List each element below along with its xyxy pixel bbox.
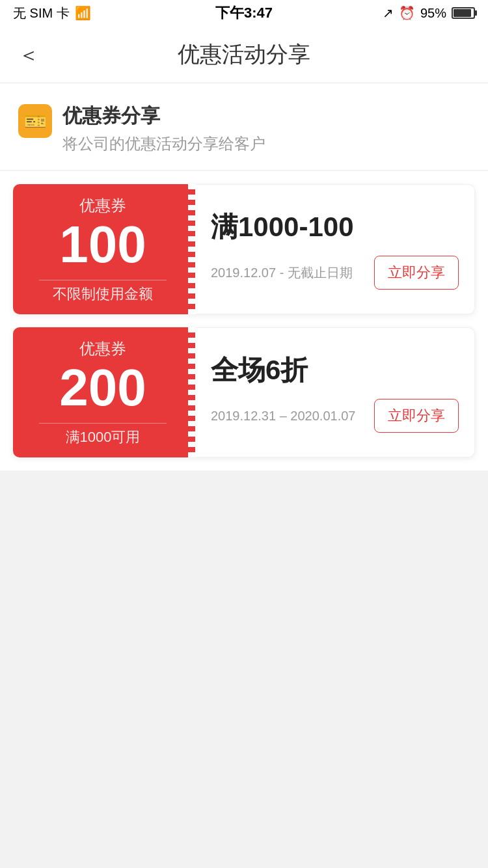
coupon-left-0: 优惠券 100 不限制使用金额: [13, 184, 195, 314]
coupon-divider-0: [39, 280, 166, 280]
coupons-list: 优惠券 100 不限制使用金额 满1000-100 2019.12.07 - 无…: [0, 171, 488, 470]
coupon-divider-1: [39, 423, 166, 424]
coupon-amount-1: 200: [59, 362, 146, 414]
status-left: 无 SIM 卡 📶: [13, 5, 91, 22]
back-button[interactable]: ＜: [18, 44, 39, 65]
coupon-name-0: 满1000-100: [211, 209, 459, 245]
section-title: 优惠券分享: [62, 103, 265, 129]
share-button-1[interactable]: 立即分享: [374, 399, 459, 433]
coupon-condition-0: 不限制使用金额: [53, 284, 153, 304]
wifi-icon: 📶: [75, 5, 91, 21]
coupon-name-1: 全场6折: [211, 352, 459, 388]
coupon-date-1: 2019.12.31 – 2020.01.07: [211, 409, 368, 424]
coupon-condition-1: 满1000可用: [66, 427, 141, 447]
location-icon: ↗: [383, 5, 394, 21]
status-right: ↗ ⏰ 95%: [383, 5, 475, 21]
carrier-text: 无 SIM 卡: [13, 5, 70, 22]
coupon-card: 优惠券 100 不限制使用金额 满1000-100 2019.12.07 - 无…: [13, 184, 475, 314]
coupon-right-0: 满1000-100 2019.12.07 - 无截止日期 立即分享: [195, 184, 475, 314]
section-header: 🎫 优惠券分享 将公司的优惠活动分享给客户: [0, 83, 488, 170]
section-text: 优惠券分享 将公司的优惠活动分享给客户: [62, 103, 265, 154]
nav-bar: ＜ 优惠活动分享: [0, 26, 488, 83]
coupon-card: 优惠券 200 满1000可用 全场6折 2019.12.31 – 2020.0…: [13, 327, 475, 457]
share-button-0[interactable]: 立即分享: [374, 256, 459, 290]
coupon-meta-0: 2019.12.07 - 无截止日期 立即分享: [211, 256, 459, 290]
coupon-label-1: 优惠券: [79, 338, 126, 359]
coupon-right-1: 全场6折 2019.12.31 – 2020.01.07 立即分享: [195, 327, 475, 457]
nav-title: 优惠活动分享: [178, 40, 310, 70]
alarm-icon: ⏰: [399, 5, 415, 21]
coupon-left-1: 优惠券 200 满1000可用: [13, 327, 195, 457]
coupon-meta-1: 2019.12.31 – 2020.01.07 立即分享: [211, 399, 459, 433]
battery-percent: 95%: [420, 6, 446, 21]
section-subtitle: 将公司的优惠活动分享给客户: [62, 133, 265, 154]
coupon-date-0: 2019.12.07 - 无截止日期: [211, 264, 368, 282]
empty-area: [0, 470, 488, 796]
battery-icon: [452, 7, 475, 19]
status-time: 下午3:47: [215, 3, 273, 23]
coupon-share-icon: 🎫: [18, 104, 52, 138]
status-bar: 无 SIM 卡 📶 下午3:47 ↗ ⏰ 95%: [0, 0, 488, 26]
coupon-amount-0: 100: [59, 219, 146, 271]
coupon-label-0: 优惠券: [79, 195, 126, 216]
